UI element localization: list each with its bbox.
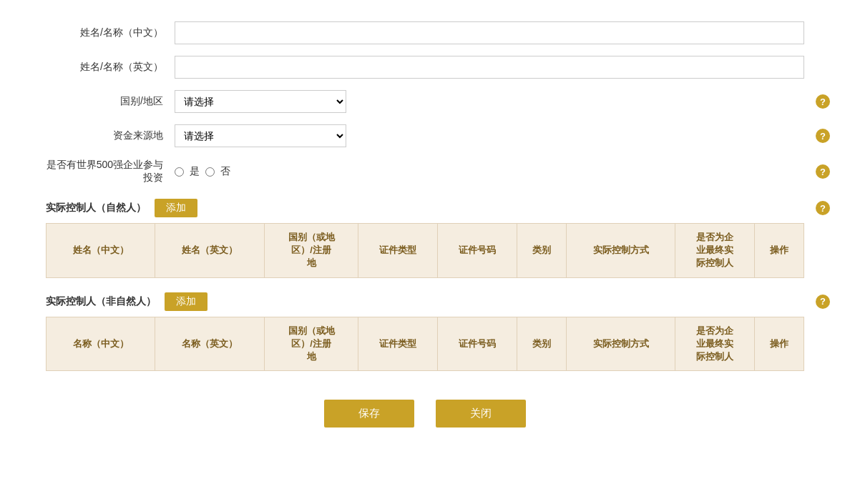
- natural-person-title: 实际控制人（自然人）: [46, 202, 146, 214]
- country-label: 国别/地区: [46, 95, 175, 108]
- non-natural-person-help-icon[interactable]: ?: [816, 295, 830, 309]
- non-natural-person-title: 实际控制人（非自然人）: [46, 295, 156, 308]
- col-name-cn-2: 名称（中文）: [47, 317, 155, 371]
- fund-source-select[interactable]: 请选择: [175, 124, 346, 147]
- col-name-en: 姓名（英文）: [155, 224, 264, 278]
- fund-source-row: 资金来源地 请选择 ?: [46, 124, 804, 147]
- close-button[interactable]: 关闭: [436, 400, 526, 428]
- country-row: 国别/地区 请选择 ?: [46, 90, 804, 113]
- non-natural-person-table-header-row: 名称（中文） 名称（英文） 国别（或地区）/注册地 证件类型 证件号码 类别 实…: [47, 317, 804, 371]
- col-country: 国别（或地区）/注册地: [264, 224, 358, 278]
- non-natural-person-header: 实际控制人（非自然人） 添加 ?: [46, 292, 804, 311]
- col-category-2: 类别: [517, 317, 566, 371]
- col-name-en-2: 名称（英文）: [155, 317, 264, 371]
- col-control-method: 实际控制方式: [566, 224, 675, 278]
- col-cert-no: 证件号码: [438, 224, 517, 278]
- name-cn-input[interactable]: [175, 21, 804, 44]
- name-cn-row: 姓名/名称（中文）: [46, 21, 804, 44]
- natural-person-add-button[interactable]: 添加: [155, 199, 197, 217]
- fortune500-label: 是否有世界500强企业参与投资: [46, 159, 175, 184]
- fund-source-label: 资金来源地: [46, 129, 175, 142]
- main-container: 姓名/名称（中文） 姓名/名称（英文） 国别/地区 请选择 ? 资金来源地 请选…: [46, 21, 804, 442]
- save-button[interactable]: 保存: [324, 400, 414, 428]
- col-cert-type: 证件类型: [358, 224, 438, 278]
- col-operation-2: 操作: [754, 317, 803, 371]
- fortune500-radio-group: 是 否: [175, 165, 230, 178]
- fund-source-help-icon[interactable]: ?: [816, 129, 830, 143]
- non-natural-person-add-button[interactable]: 添加: [165, 292, 207, 311]
- col-category: 类别: [517, 224, 566, 278]
- col-name-cn: 姓名（中文）: [47, 224, 155, 278]
- col-ultimate-controller-2: 是否为企业最终实际控制人: [675, 317, 755, 371]
- fortune500-no-label[interactable]: 否: [220, 165, 230, 178]
- name-en-input[interactable]: [175, 56, 804, 79]
- name-en-row: 姓名/名称（英文）: [46, 56, 804, 79]
- country-help-icon[interactable]: ?: [816, 94, 830, 109]
- fortune500-no-radio[interactable]: [205, 167, 215, 177]
- col-operation: 操作: [754, 224, 803, 278]
- non-natural-person-table: 名称（中文） 名称（英文） 国别（或地区）/注册地 证件类型 证件号码 类别 实…: [46, 317, 804, 372]
- col-cert-no-2: 证件号码: [438, 317, 517, 371]
- col-cert-type-2: 证件类型: [358, 317, 438, 371]
- natural-person-help-icon[interactable]: ?: [816, 201, 830, 215]
- natural-person-table-header-row: 姓名（中文） 姓名（英文） 国别（或地区）/注册地 证件类型 证件号码 类别 实…: [47, 224, 804, 278]
- col-ultimate-controller: 是否为企业最终实际控制人: [675, 224, 755, 278]
- name-cn-label: 姓名/名称（中文）: [46, 26, 175, 39]
- natural-person-header: 实际控制人（自然人） 添加 ?: [46, 199, 804, 217]
- fortune500-row: 是否有世界500强企业参与投资 是 否 ?: [46, 159, 804, 184]
- col-country-2: 国别（或地区）/注册地: [264, 317, 358, 371]
- bottom-buttons: 保存 关闭: [46, 400, 804, 428]
- country-select[interactable]: 请选择: [175, 90, 346, 113]
- fortune500-help-icon[interactable]: ?: [816, 164, 830, 179]
- col-control-method-2: 实际控制方式: [566, 317, 675, 371]
- fortune500-yes-label[interactable]: 是: [190, 165, 200, 178]
- fortune500-yes-radio[interactable]: [175, 167, 184, 177]
- name-en-label: 姓名/名称（英文）: [46, 61, 175, 74]
- natural-person-table: 姓名（中文） 姓名（英文） 国别（或地区）/注册地 证件类型 证件号码 类别 实…: [46, 223, 804, 278]
